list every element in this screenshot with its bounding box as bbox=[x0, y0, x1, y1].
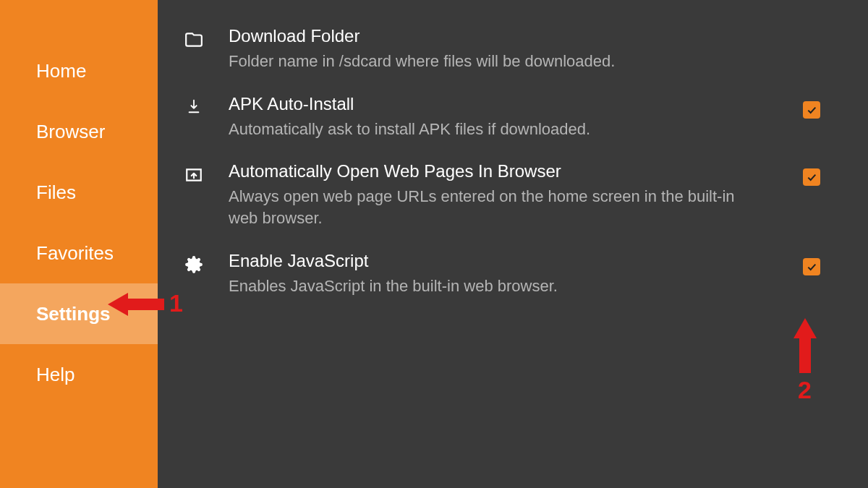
setting-desc: Always open web page URLs entered on the… bbox=[229, 186, 735, 228]
setting-checkbox-slot bbox=[803, 161, 825, 186]
sidebar-item-favorites[interactable]: Favorites bbox=[0, 223, 158, 283]
sidebar-item-label: Favorites bbox=[36, 242, 114, 265]
setting-desc: Folder name in /sdcard where files will … bbox=[229, 51, 735, 72]
setting-title: Download Folder bbox=[229, 26, 783, 46]
folder-icon bbox=[179, 26, 208, 49]
annotation-label-2: 2 bbox=[798, 376, 812, 404]
setting-checkbox-slot bbox=[803, 251, 825, 275]
sidebar-item-home[interactable]: Home bbox=[0, 40, 158, 101]
sidebar-item-label: Home bbox=[36, 60, 86, 82]
setting-text: Download Folder Folder name in /sdcard w… bbox=[229, 26, 783, 72]
open-in-browser-icon bbox=[179, 161, 208, 184]
checkbox-enable-javascript[interactable] bbox=[803, 258, 820, 275]
setting-text: Automatically Open Web Pages In Browser … bbox=[229, 161, 783, 228]
setting-checkbox-slot bbox=[803, 26, 825, 33]
sidebar-item-help[interactable]: Help bbox=[0, 344, 158, 405]
settings-panel: Download Folder Folder name in /sdcard w… bbox=[158, 0, 868, 488]
setting-row-enable-javascript[interactable]: Enable JavaScript Enables JavaScript in … bbox=[179, 251, 825, 297]
annotation-label-1: 1 bbox=[169, 289, 183, 317]
setting-text: Enable JavaScript Enables JavaScript in … bbox=[229, 251, 783, 297]
sidebar-item-label: Help bbox=[36, 364, 75, 386]
download-icon bbox=[179, 94, 208, 114]
sidebar-item-browser[interactable]: Browser bbox=[0, 101, 158, 162]
sidebar-item-label: Browser bbox=[36, 121, 105, 143]
checkbox-apk-auto-install[interactable] bbox=[803, 101, 820, 119]
setting-title: Enable JavaScript bbox=[229, 251, 783, 271]
setting-row-apk-auto-install[interactable]: APK Auto-Install Automatically ask to in… bbox=[179, 94, 825, 140]
setting-row-download-folder[interactable]: Download Folder Folder name in /sdcard w… bbox=[179, 26, 825, 72]
setting-title: APK Auto-Install bbox=[229, 94, 783, 114]
setting-desc: Enables JavaScript in the built-in web b… bbox=[229, 275, 735, 297]
sidebar-item-label: Settings bbox=[36, 303, 111, 325]
setting-text: APK Auto-Install Automatically ask to in… bbox=[229, 94, 783, 140]
sidebar-item-files[interactable]: Files bbox=[0, 162, 158, 223]
sidebar-item-settings[interactable]: Settings bbox=[0, 283, 158, 344]
setting-title: Automatically Open Web Pages In Browser bbox=[229, 161, 783, 181]
sidebar-item-label: Files bbox=[36, 181, 76, 204]
setting-row-auto-open-browser[interactable]: Automatically Open Web Pages In Browser … bbox=[179, 161, 825, 228]
sidebar: Home Browser Files Favorites Settings He… bbox=[0, 0, 158, 488]
setting-desc: Automatically ask to install APK files i… bbox=[229, 119, 735, 140]
checkbox-auto-open-browser[interactable] bbox=[803, 168, 820, 186]
setting-checkbox-slot bbox=[803, 94, 825, 119]
gear-icon bbox=[179, 251, 208, 274]
